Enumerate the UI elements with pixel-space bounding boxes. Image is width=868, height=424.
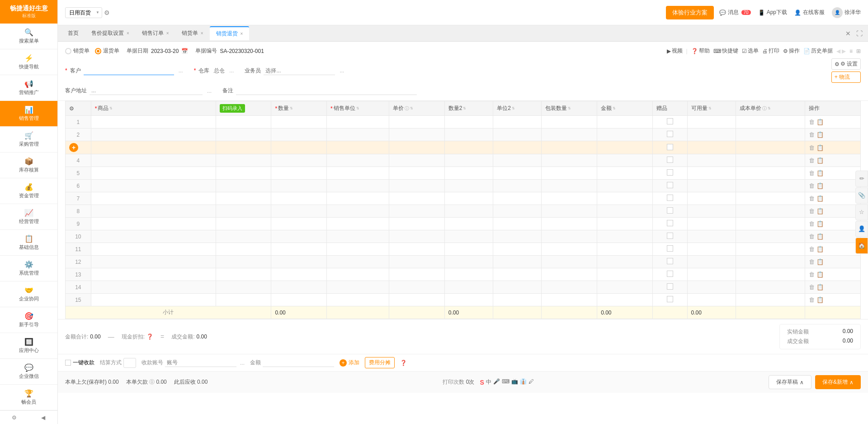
gift-checkbox-4[interactable] bbox=[667, 157, 673, 163]
qty-cell-15[interactable] bbox=[271, 294, 327, 306]
product-cell-9[interactable] bbox=[91, 218, 216, 230]
taskbar-icon-3[interactable]: ⌨ bbox=[502, 378, 509, 386]
staff-dots[interactable]: ... bbox=[340, 67, 344, 74]
price-cell-15[interactable] bbox=[389, 294, 445, 306]
one-click-payment[interactable]: 一键收款 bbox=[65, 359, 94, 367]
save-draft-button[interactable]: 保存草稿 ∧ bbox=[769, 375, 811, 389]
qty-cell-4[interactable] bbox=[271, 154, 327, 167]
available-sort[interactable]: ⇅ bbox=[708, 106, 712, 110]
unit-cell-6[interactable] bbox=[327, 180, 389, 192]
pack-qty-cell-12[interactable] bbox=[542, 256, 597, 268]
qty2-cell-13[interactable] bbox=[444, 268, 493, 281]
price-cell-12[interactable] bbox=[389, 256, 445, 268]
add-payment-btn[interactable]: + 添加 bbox=[340, 359, 359, 367]
sidebar-item-member[interactable]: 🏆 畅会员 bbox=[0, 385, 57, 410]
account-dots[interactable]: ... bbox=[240, 360, 245, 366]
qty2-cell-4[interactable] bbox=[444, 154, 493, 167]
product-input-active[interactable] bbox=[95, 144, 212, 151]
pack-qty-cell-6[interactable] bbox=[542, 180, 597, 192]
unit2-cell-1[interactable] bbox=[493, 116, 542, 129]
copy-row-btn-2[interactable]: 📋 bbox=[816, 131, 824, 138]
shortcut-link[interactable]: ⌨ 快捷键 bbox=[713, 47, 738, 55]
tab-price-close[interactable]: × bbox=[127, 31, 129, 36]
available-cell-6[interactable] bbox=[687, 180, 736, 192]
unit2-sort[interactable]: ⇅ bbox=[512, 106, 515, 110]
qty-cell-11[interactable] bbox=[271, 243, 327, 256]
product-cell-13[interactable] bbox=[91, 268, 216, 281]
taskbar-icon-4[interactable]: 📺 bbox=[511, 378, 518, 386]
industry-select[interactable]: 日用百货 bbox=[65, 7, 102, 18]
remark-input[interactable] bbox=[236, 86, 417, 95]
price-cell-14[interactable] bbox=[389, 281, 445, 294]
available-cell-10[interactable] bbox=[687, 230, 736, 243]
taskbar-icon-5[interactable]: 👔 bbox=[520, 378, 527, 386]
delete-row-btn-14[interactable]: 🗑 bbox=[809, 284, 815, 291]
pack-qty-cell-1[interactable] bbox=[542, 116, 597, 129]
qty2-cell-14[interactable] bbox=[444, 281, 493, 294]
gift-checkbox-15[interactable] bbox=[667, 296, 673, 302]
product-cell-14[interactable] bbox=[91, 281, 216, 294]
tab-returns[interactable]: 销货退货 × bbox=[210, 26, 250, 40]
unit-cell-3[interactable] bbox=[327, 141, 389, 154]
customer-input[interactable] bbox=[84, 67, 174, 75]
address-input[interactable] bbox=[90, 86, 203, 95]
sidebar-item-wechat[interactable]: 💬 企业微信 bbox=[0, 359, 57, 385]
price-cell-13[interactable] bbox=[389, 268, 445, 281]
product-cell-7[interactable] bbox=[91, 192, 216, 205]
amount-cell-11[interactable] bbox=[597, 243, 653, 256]
right-float-person[interactable]: 👤 bbox=[855, 221, 868, 237]
qty2-cell-11[interactable] bbox=[444, 243, 493, 256]
gift-cell-11[interactable] bbox=[652, 243, 687, 256]
copy-row-btn-5[interactable]: 📋 bbox=[816, 170, 824, 176]
price-cell-11[interactable] bbox=[389, 243, 445, 256]
gift-cell-5[interactable] bbox=[652, 167, 687, 180]
sidebar-item-system[interactable]: ⚙️ 系统管理 bbox=[0, 256, 57, 281]
delete-row-btn-11[interactable]: 🗑 bbox=[809, 246, 815, 252]
qty-sort[interactable]: ⇅ bbox=[290, 106, 293, 110]
tab-home[interactable]: 首页 bbox=[61, 27, 85, 40]
cost-price-cell-15[interactable] bbox=[736, 294, 805, 306]
amount-cell-15[interactable] bbox=[597, 294, 653, 306]
qty-cell-10[interactable] bbox=[271, 230, 327, 243]
staff-input[interactable] bbox=[264, 67, 335, 75]
unit2-cell-5[interactable] bbox=[493, 167, 542, 180]
copy-row-btn-7[interactable]: 📋 bbox=[816, 195, 824, 202]
unit-cell-13[interactable] bbox=[327, 268, 389, 281]
unit-cell-12[interactable] bbox=[327, 256, 389, 268]
unit2-cell-12[interactable] bbox=[493, 256, 542, 268]
address-dots[interactable]: ... bbox=[207, 88, 212, 94]
experience-button[interactable]: 体验行业方案 bbox=[666, 6, 714, 19]
amount-cell-2[interactable] bbox=[597, 129, 653, 141]
qty2-cell-2[interactable] bbox=[444, 129, 493, 141]
price-cell-6[interactable] bbox=[389, 180, 445, 192]
sidebar-item-operation[interactable]: 📈 经营管理 bbox=[0, 204, 57, 230]
gift-cell-10[interactable] bbox=[652, 230, 687, 243]
pack-qty-cell-2[interactable] bbox=[542, 129, 597, 141]
delete-row-btn-1[interactable]: 🗑 bbox=[809, 119, 815, 125]
gift-cell-9[interactable] bbox=[652, 218, 687, 230]
delete-row-btn-10[interactable]: 🗑 bbox=[809, 233, 815, 240]
product-cell-12[interactable] bbox=[91, 256, 216, 268]
scan-button[interactable]: 扫码录入 bbox=[220, 104, 245, 113]
gift-cell-6[interactable] bbox=[652, 180, 687, 192]
cost-price-cell-8[interactable] bbox=[736, 205, 805, 218]
available-cell-4[interactable] bbox=[687, 154, 736, 167]
qty2-cell-6[interactable] bbox=[444, 180, 493, 192]
product-cell-3[interactable] bbox=[91, 141, 216, 154]
unit2-cell-4[interactable] bbox=[493, 154, 542, 167]
price-cell-9[interactable] bbox=[389, 218, 445, 230]
pack-qty-cell-11[interactable] bbox=[542, 243, 597, 256]
qty2-cell-10[interactable] bbox=[444, 230, 493, 243]
history-link[interactable]: 📄 历史单据 bbox=[803, 47, 833, 55]
price-cell-3[interactable] bbox=[389, 141, 445, 154]
view-toggle-grid[interactable]: ⊞ bbox=[856, 48, 861, 54]
unit-cell-1[interactable] bbox=[327, 116, 389, 129]
tab-price[interactable]: 售价提取设置 × bbox=[85, 27, 136, 40]
cost-price-cell-13[interactable] bbox=[736, 268, 805, 281]
amount-cell-7[interactable] bbox=[597, 192, 653, 205]
gift-checkbox-9[interactable] bbox=[667, 220, 673, 226]
unit-cell-5[interactable] bbox=[327, 167, 389, 180]
gift-checkbox-3[interactable] bbox=[667, 144, 673, 150]
cost-info-icon[interactable]: ⓘ bbox=[762, 105, 767, 112]
sidebar-settings-btn[interactable]: ⚙ bbox=[0, 411, 29, 424]
